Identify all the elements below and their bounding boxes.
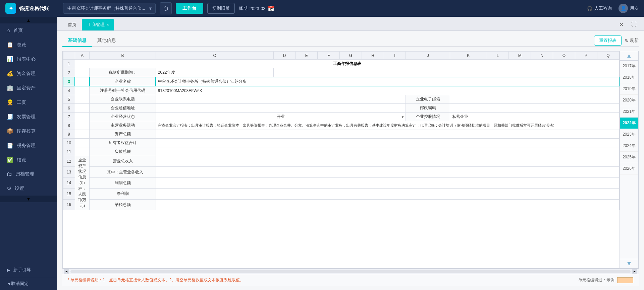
cell-9c[interactable] (156, 130, 619, 139)
sidebar-scroll-up[interactable]: ▲ (0, 17, 57, 23)
cell-5c[interactable] (156, 95, 406, 104)
cell-6j: 邮政编码 (406, 104, 450, 113)
sidebar-item-archive[interactable]: 🗂 归档管理 (0, 167, 57, 181)
cell-16c[interactable] (156, 199, 619, 210)
horizontal-scrollbar[interactable]: ◄ ► (62, 269, 639, 274)
year-item-2018[interactable]: 2018年 (620, 72, 638, 83)
bottom-right: 单元格编辑过：示例 (578, 277, 633, 283)
new-user-guide-button[interactable]: ▶ 新手引导 (0, 263, 57, 277)
cell-14b: 利润总额 (90, 177, 156, 188)
cell-2c[interactable]: 2022年度 (156, 68, 273, 77)
company-selector[interactable]: 中审众环会计师事务所（特殊普通合伙... ▼ (63, 3, 156, 14)
old-version-button[interactable]: 切到旧版 (207, 3, 235, 14)
year-scroll-up[interactable]: ▲ (620, 51, 638, 61)
cell-7j: 企业控股情况 (406, 113, 450, 121)
consult-button[interactable]: 🎧 人工咨询 (587, 5, 612, 11)
consult-label: 人工咨询 (594, 5, 612, 11)
sidebar-item-reports[interactable]: 📊 报表中心 (0, 52, 57, 66)
sidebar-item-assets[interactable]: 🏢 固定资产 (0, 81, 57, 95)
reset-table-button[interactable]: 重置报表 (594, 35, 622, 46)
sub-tab-actions: 重置报表 ↻ 刷新 (594, 35, 639, 46)
tab-business-mgmt[interactable]: 工商管理 × (82, 19, 114, 30)
cell-10c[interactable] (156, 139, 619, 147)
scroll-left-button[interactable]: ◄ (64, 269, 69, 274)
year-item-2019[interactable]: 2019年 (620, 83, 638, 95)
user-area[interactable]: 👤 用友 (619, 4, 639, 13)
row-num: 11 (63, 147, 75, 156)
row-num-3: 3 (63, 77, 75, 86)
home-icon: ⌂ (7, 27, 10, 33)
assets-icon: 🏢 (7, 85, 13, 91)
scroll-right-button[interactable]: ► (632, 269, 637, 274)
sidebar-item-ledger[interactable]: 📋 总账 (0, 38, 57, 52)
cell-8b: 主营业务活动 (90, 121, 156, 130)
table-row: 8 主营业务活动 审查企业会计报表；出具审计报告；验证企业资本；出具验资报告；办… (63, 121, 619, 130)
period-value: 2023-03 (250, 6, 266, 11)
workbench-button[interactable]: 工作台 (176, 3, 203, 14)
spreadsheet[interactable]: A B C D E F G H I J K L (63, 51, 620, 268)
sidebar-item-inventory[interactable]: 📦 库存核算 (0, 124, 57, 138)
tab-expand-button[interactable]: ⛶ (629, 20, 639, 29)
cell-11c[interactable] (156, 147, 619, 156)
tab-close-icon[interactable]: × (107, 23, 109, 27)
cell-14c[interactable] (156, 177, 619, 188)
year-item-2025[interactable]: 2025年 (620, 152, 638, 163)
year-item-2022[interactable]: 2022年 (620, 118, 638, 129)
col-header-k: K (450, 52, 487, 60)
reports-icon: 📊 (7, 56, 13, 62)
guide-icon: ▶ (7, 268, 10, 273)
sub-tab-other-info[interactable]: 其他信息 (92, 35, 121, 47)
year-item-2020[interactable]: 2020年 (620, 95, 638, 106)
cell-12b: 营业总收入 (90, 156, 156, 167)
sidebar-item-salary[interactable]: 👷 工资 (0, 95, 57, 110)
sidebar-item-label: 资金管理 (17, 71, 36, 77)
cell-6c[interactable] (156, 104, 406, 113)
cell-8c[interactable]: 审查企业会计报表；出具审计报告；验证企业资本；出具验资报告；办理企业合并、分立、… (156, 121, 619, 130)
tab-close-button[interactable]: ✕ (616, 20, 626, 29)
cell-3c[interactable]: 中审众环会计师事务所（特殊普通合伙）江苏分所 (156, 77, 619, 86)
company-copy-button[interactable]: ⬡ (160, 2, 172, 14)
year-item-2021[interactable]: 2021年 (620, 106, 638, 118)
cell-15c[interactable] (156, 189, 619, 199)
sidebar-item-home[interactable]: ⌂ 首页 (0, 23, 57, 38)
table-row-highlighted: 3 企业名称 中审众环会计师事务所（特殊普通合伙）江苏分所 (63, 77, 619, 86)
table-row: 2 税款所属期间： 2022年度 (63, 68, 619, 77)
sidebar-item-label: 税务管理 (17, 143, 36, 149)
cell-6k[interactable] (450, 104, 619, 113)
sub-tab-basic-info[interactable]: 基础信息 (62, 35, 92, 47)
refresh-button[interactable]: ↻ 刷新 (625, 38, 639, 44)
year-item-2024[interactable]: 2024年 (620, 140, 638, 152)
row-num: 15 (63, 189, 75, 199)
tab-active-label: 工商管理 (87, 22, 105, 28)
tab-home[interactable]: 首页 (62, 19, 82, 30)
year-item-2017[interactable]: 2017年 (620, 61, 638, 72)
year-item-2026[interactable]: 2026年 (620, 163, 638, 174)
sidebar-item-invoice[interactable]: 🧾 发票管理 (0, 110, 57, 124)
sidebar-item-finance[interactable]: 💰 资金管理 (0, 66, 57, 81)
cell-7k[interactable]: 私营企业 (450, 113, 619, 121)
sidebar-item-tax[interactable]: 📑 税务管理 (0, 138, 57, 153)
content-area: 首页 工商管理 × ✕ ⛶ 基础信息 其他信息 重置报 (57, 17, 644, 290)
cell-4b: 注册号/统一社会信用代码 (90, 86, 156, 95)
year-scroll-down[interactable]: ▼ (620, 259, 638, 268)
scroll-track[interactable] (70, 270, 631, 273)
top-header: ✦ 畅捷通易代账 中审众环会计师事务所（特殊普通合伙... ▼ ⬡ 工作台 切到… (0, 0, 644, 17)
cell-7c[interactable]: 开业 ▼ (156, 113, 406, 121)
cell-16b: 纳税总额 (90, 199, 156, 210)
tab-home-label: 首页 (68, 22, 76, 28)
calendar-icon[interactable]: 📅 (268, 5, 274, 12)
period-label: 账期 (239, 5, 248, 11)
year-item-2023[interactable]: 2023年 (620, 129, 638, 140)
cell-4c[interactable]: 91320100MA208E5W6K (156, 86, 619, 95)
sidebar-scroll-down[interactable]: ▼ (0, 196, 57, 202)
sidebar-item-closing[interactable]: ✅ 结账 (0, 153, 57, 167)
unpin-button[interactable]: ◄取消固定 (0, 277, 57, 290)
cell-9a (75, 130, 90, 139)
cell-5k[interactable] (450, 95, 619, 104)
cell-13c[interactable] (156, 167, 619, 177)
invoice-icon: 🧾 (7, 114, 13, 120)
sidebar-item-settings[interactable]: ⚙ 设置 (0, 181, 57, 196)
spreadsheet-wrapper: A B C D E F G H I J K L (62, 51, 639, 269)
title-cell[interactable]: 工商年报信息表 (75, 60, 619, 68)
cell-12c[interactable] (156, 156, 619, 167)
